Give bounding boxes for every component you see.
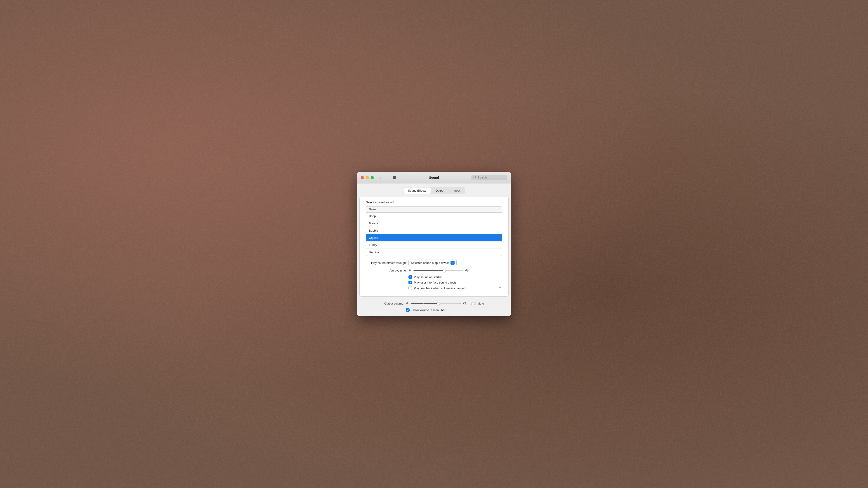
titlebar: ‹ › Sound	[357, 172, 511, 184]
help-button[interactable]: ?	[498, 286, 502, 290]
bottom-section: Output volume:	[357, 299, 511, 316]
search-icon	[473, 176, 476, 180]
search-box[interactable]	[471, 175, 507, 180]
sound-item-breeze[interactable]: Breeze	[366, 220, 502, 227]
traffic-lights	[361, 176, 374, 179]
output-volume-row: Output volume:	[364, 302, 504, 305]
checkbox-play-startup-label: Play sound on startup	[414, 275, 442, 279]
output-volume-label: Output volume:	[364, 302, 404, 305]
nav-buttons: ‹ ›	[377, 175, 397, 180]
sound-list-header: Name	[366, 206, 502, 213]
svg-rect-8	[395, 178, 396, 179]
grid-button[interactable]	[392, 175, 397, 180]
mute-circle	[471, 302, 476, 305]
checkbox-show-volume[interactable]	[406, 308, 410, 312]
svg-rect-3	[393, 177, 394, 178]
alert-volume-row: Alert volume:	[366, 269, 502, 272]
sound-item-funky[interactable]: Funky	[366, 241, 502, 249]
sound-list: Name Boop Breeze Bubble Crystal Funky He…	[366, 206, 502, 256]
minimize-button[interactable]	[366, 176, 369, 179]
svg-rect-5	[395, 177, 396, 178]
preferences-window: ‹ › Sound	[357, 172, 511, 316]
tab-sound-effects[interactable]: Sound Effects	[403, 188, 431, 194]
main-content: Select an alert sound: Name Boop Breeze …	[360, 197, 508, 297]
svg-rect-7	[394, 178, 395, 179]
checkbox-play-ui-row: Play user interface sound effects	[366, 281, 502, 284]
checkbox-play-ui-label: Play user interface sound effects	[414, 281, 456, 284]
mute-label: Mute	[477, 302, 484, 305]
svg-rect-1	[394, 176, 395, 177]
slider-fill	[413, 270, 444, 271]
play-through-row: Play sound effects through: Selected sou…	[366, 260, 502, 266]
svg-rect-2	[395, 176, 396, 177]
checkbox-play-startup-row: Play sound on startup	[366, 275, 502, 279]
tab-input[interactable]: Input	[449, 188, 465, 194]
checkbox-play-feedback-row: Play feedback when volume is changed ?	[366, 286, 502, 290]
select-alert-label: Select an alert sound:	[366, 201, 502, 204]
output-slider-fill	[411, 303, 438, 304]
svg-line-10	[475, 178, 476, 178]
sound-item-bubble[interactable]: Bubble	[366, 227, 502, 234]
output-volume-slider[interactable]	[411, 303, 461, 304]
play-through-dropdown[interactable]: Selected sound output device	[408, 260, 457, 266]
alert-volume-slider[interactable]	[413, 270, 463, 271]
sound-item-crystal[interactable]: Crystal	[366, 234, 502, 241]
window-title: Sound	[429, 176, 439, 180]
sound-item-heroine[interactable]: Heroine	[366, 249, 502, 256]
volume-high-icon	[465, 269, 469, 272]
checkbox-play-feedback[interactable]	[408, 286, 412, 290]
mute-circle-dot	[471, 302, 474, 305]
forward-button[interactable]: ›	[384, 175, 390, 180]
tab-output[interactable]: Output	[431, 188, 449, 194]
alert-volume-label: Alert volume:	[366, 269, 407, 272]
play-through-label: Play sound effects through:	[366, 261, 407, 265]
output-volume-low-icon	[406, 302, 409, 305]
close-button[interactable]	[361, 176, 364, 179]
slider-thumb[interactable]	[442, 269, 446, 272]
checkbox-play-startup[interactable]	[408, 275, 412, 279]
volume-low-icon	[408, 269, 412, 272]
output-slider-thumb[interactable]	[437, 302, 440, 305]
show-volume-label: Show volume in menu bar	[411, 308, 445, 312]
dropdown-arrow-icon	[451, 261, 455, 265]
output-volume-high-icon	[463, 302, 467, 305]
maximize-button[interactable]	[371, 176, 374, 179]
sound-item-boop[interactable]: Boop	[366, 213, 502, 220]
checkbox-play-ui[interactable]	[408, 281, 412, 284]
search-input[interactable]	[477, 176, 505, 179]
svg-rect-0	[393, 176, 394, 177]
tab-group: Sound Effects Output Input	[403, 187, 465, 194]
play-through-value: Selected sound output device	[411, 261, 450, 265]
mute-toggle[interactable]: Mute	[471, 302, 484, 305]
svg-rect-4	[394, 177, 395, 178]
show-volume-row: Show volume in menu bar	[364, 308, 504, 312]
back-button[interactable]: ‹	[377, 175, 383, 180]
checkbox-play-feedback-label: Play feedback when volume is changed	[414, 287, 465, 290]
svg-rect-6	[393, 178, 394, 179]
tabbar: Sound Effects Output Input	[357, 184, 511, 197]
